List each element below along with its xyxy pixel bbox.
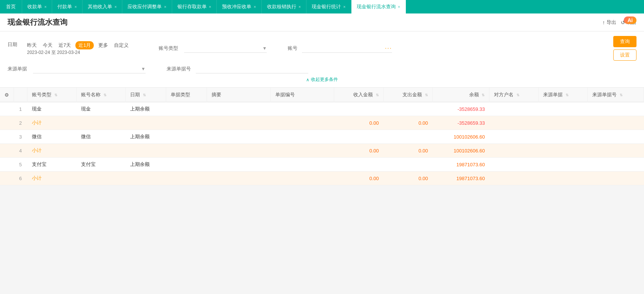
th-source-doc-num[interactable]: 来源单据号 ⇅ — [588, 88, 644, 102]
cell-account-type: 支付宝 — [27, 158, 77, 172]
cell-source-doc-num — [588, 130, 644, 144]
date-label: 日期 — [8, 41, 23, 48]
account-type-filter: 账号类型 ▼ — [159, 44, 267, 53]
cell-account-type: 小计 — [27, 172, 77, 185]
data-table: ⚙ 账号类型 ⇅ 账号名称 ⇅ 日期 ⇅ 单据类型 — [0, 88, 644, 185]
th-counterpart[interactable]: 对方户名 ⇅ — [489, 88, 539, 102]
data-table-section: ⚙ 账号类型 ⇅ 账号名称 ⇅ 日期 ⇅ 单据类型 — [0, 88, 644, 185]
th-date[interactable]: 日期 ⇅ — [126, 88, 166, 102]
date-shortcut-today[interactable]: 今天 — [41, 41, 54, 49]
nav-item-1[interactable]: 收款单 × — [22, 0, 52, 13]
nav-item-9-active[interactable]: 现金银行流水查询 × — [351, 0, 406, 13]
source-doc-input[interactable] — [33, 64, 141, 73]
nav-item-8[interactable]: 现金银行统计 × — [306, 0, 351, 13]
row-index: 5 — [14, 158, 27, 172]
settings-icon[interactable]: ⚙ — [5, 92, 9, 98]
cell-income — [334, 130, 383, 144]
th-source-doc[interactable]: 来源单据 ⇅ — [539, 88, 588, 102]
close-icon[interactable]: × — [254, 4, 256, 9]
ai-badge[interactable]: Ai — [624, 16, 636, 24]
row-settings — [0, 130, 14, 144]
nav-item-4[interactable]: 应收应付调整单 × — [122, 0, 172, 13]
nav-item-3[interactable]: 其他收入单 × — [83, 0, 122, 13]
th-balance[interactable]: 余额 ⇅ — [432, 88, 489, 102]
th-settings[interactable]: ⚙ — [0, 88, 14, 102]
row-index: 1 — [14, 102, 27, 116]
account-more-icon[interactable]: ··· — [385, 45, 392, 52]
cell-date — [126, 116, 166, 130]
cell-income: 0.00 — [334, 172, 383, 185]
cell-doc-type — [166, 116, 207, 130]
nav-home[interactable]: 首页 — [0, 0, 22, 13]
cell-counterpart — [489, 172, 539, 185]
cell-account-name: 微信 — [77, 130, 126, 144]
cell-account-type: 小计 — [27, 144, 77, 158]
th-doc-type[interactable]: 单据类型 — [166, 88, 207, 102]
date-shortcut-7days[interactable]: 近7天 — [57, 41, 72, 49]
close-icon[interactable]: × — [114, 4, 117, 9]
close-icon[interactable]: × — [398, 4, 400, 9]
query-button[interactable]: 查询 — [613, 36, 636, 47]
table-row: 1 现金 现金 上期余额 -3528659.33 — [0, 102, 644, 116]
cell-source-doc — [539, 158, 588, 172]
page-header: 现金银行流水查询 ↑ 导出 ↺ 刷新 Ai — [0, 13, 644, 31]
cell-balance: 19871073.60 — [432, 172, 489, 185]
cell-source-doc-num — [588, 102, 644, 116]
source-doc-input-wrapper: ▼ — [33, 64, 146, 73]
account-type-input[interactable] — [184, 44, 262, 52]
settings-button[interactable]: 设置 — [613, 49, 636, 61]
cell-income — [334, 102, 383, 116]
export-button[interactable]: ↑ 导出 — [602, 19, 616, 26]
th-expense[interactable]: 支出金额 ⇅ — [383, 88, 432, 102]
cell-account-type: 小计 — [27, 116, 77, 130]
cell-balance: 19871073.60 — [432, 158, 489, 172]
cell-doc-number — [270, 116, 334, 130]
th-income[interactable]: 收入金额 ⇅ — [334, 88, 383, 102]
cell-expense — [383, 130, 432, 144]
cell-summary — [207, 158, 270, 172]
cell-source-doc — [539, 172, 588, 185]
th-account-type[interactable]: 账号类型 ⇅ — [27, 88, 77, 102]
close-icon[interactable]: × — [44, 4, 47, 9]
close-icon[interactable]: × — [74, 4, 77, 9]
cell-date — [126, 144, 166, 158]
cell-income: 0.00 — [334, 144, 383, 158]
close-icon[interactable]: × — [299, 4, 301, 9]
th-account-name[interactable]: 账号名称 ⇅ — [77, 88, 126, 102]
th-doc-number[interactable]: 单据编号 — [270, 88, 334, 102]
close-icon[interactable]: × — [209, 4, 211, 9]
collapse-bar[interactable]: ∧ 收起更多条件 — [8, 76, 636, 83]
date-shortcut-1month[interactable]: 近1月 — [75, 41, 94, 49]
table-row: 3 微信 微信 上期余额 100102606.60 — [0, 130, 644, 144]
account-type-select-wrapper: ▼ — [184, 44, 267, 53]
filter-row-1: 日期 昨天 今天 近7天 近1月 更多 自定义 2023-02-24 至 202… — [8, 36, 636, 61]
cell-summary — [207, 116, 270, 130]
th-summary[interactable]: 摘要 — [207, 88, 270, 102]
row-index: 2 — [14, 116, 27, 130]
cell-expense: 0.00 — [383, 116, 432, 130]
source-doc-dropdown-icon[interactable]: ▼ — [141, 66, 146, 72]
close-icon[interactable]: × — [343, 4, 345, 9]
cell-source-doc-num — [588, 144, 644, 158]
cell-account-name — [77, 144, 126, 158]
nav-item-2[interactable]: 付款单 × — [52, 0, 82, 13]
date-shortcut-custom[interactable]: 自定义 — [113, 41, 130, 49]
export-icon: ↑ — [602, 19, 605, 25]
nav-item-6[interactable]: 预收冲应收单 × — [217, 0, 261, 13]
account-input[interactable] — [302, 44, 385, 52]
source-doc-num-label: 来源单据号 — [167, 66, 193, 72]
account-type-dropdown-icon[interactable]: ▼ — [263, 46, 267, 51]
nav-item-5[interactable]: 银行存取款单 × — [172, 0, 217, 13]
nav-item-7[interactable]: 收款核销执行 × — [262, 0, 306, 13]
collapse-up-icon: ∧ — [306, 77, 309, 82]
date-shortcut-more[interactable]: 更多 — [97, 41, 110, 49]
cell-summary — [207, 144, 270, 158]
cell-summary — [207, 130, 270, 144]
close-icon[interactable]: × — [164, 4, 166, 9]
cell-counterpart — [489, 158, 539, 172]
sort-icon: ⇅ — [425, 93, 428, 97]
sort-icon: ⇅ — [516, 93, 519, 97]
date-shortcut-yesterday[interactable]: 昨天 — [26, 41, 38, 49]
source-doc-num-input[interactable] — [196, 64, 308, 73]
cell-counterpart — [489, 116, 539, 130]
